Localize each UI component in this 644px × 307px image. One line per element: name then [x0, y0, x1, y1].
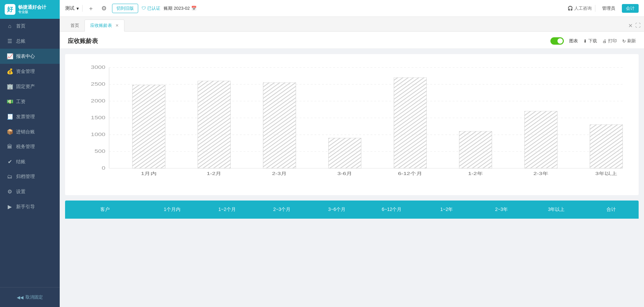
- shield-icon: 🛡: [142, 6, 146, 11]
- table-header: 客户 1个月内 1~2个月 2~3个月 3~6个月 6~12个月 1~2年 2~…: [65, 201, 639, 219]
- period-display: 账期 2023-02 📅: [164, 5, 197, 11]
- print-button[interactable]: 🖨 打印: [602, 38, 617, 44]
- tabbar-controls: ✕ ⛶: [628, 23, 641, 29]
- project-selector[interactable]: 测试 ▾: [65, 5, 79, 11]
- svg-text:2-3年: 2-3年: [533, 171, 548, 176]
- th-3-6month: 3~6个月: [309, 201, 364, 219]
- pin-icon: ◀◀: [17, 295, 23, 300]
- topbar: 测试 ▾ ＋ ⚙ 切到旧版 🛡 已认证 账期 2023-02 📅 🎧 人工咨询 …: [60, 0, 644, 17]
- sidebar-item-label-guide: 新手引导: [16, 204, 35, 210]
- chart-toggle[interactable]: [550, 37, 564, 45]
- settings-button[interactable]: ⚙: [99, 3, 109, 13]
- sidebar-item-home[interactable]: ⌂ 首页: [0, 19, 60, 34]
- sidebar-item-tax[interactable]: 🏛 税务管理: [0, 139, 60, 154]
- salary-icon: 💵: [7, 98, 13, 105]
- help-button[interactable]: 🎧 人工咨询: [568, 5, 592, 11]
- role-label[interactable]: 会计: [622, 4, 639, 13]
- svg-text:1-2年: 1-2年: [468, 171, 483, 176]
- certified-label: 已认证: [147, 5, 160, 11]
- main-area: 测试 ▾ ＋ ⚙ 切到旧版 🛡 已认证 账期 2023-02 📅 🎧 人工咨询 …: [60, 0, 644, 307]
- sidebar-item-label-salary: 工资: [16, 99, 25, 105]
- app-edition: 专业版: [18, 10, 46, 14]
- period-label: 账期: [164, 5, 172, 11]
- project-name: 测试: [65, 5, 74, 11]
- sidebar-item-reports[interactable]: 📈 报表中心: [0, 49, 60, 64]
- tab-home-label: 首页: [70, 23, 79, 28]
- chart-toggle-label: 图表: [569, 38, 578, 44]
- close-all-button[interactable]: ✕: [628, 23, 633, 29]
- logo-text: 畅捷通好会计 专业版: [18, 4, 46, 15]
- download-icon: ⬇: [583, 39, 587, 44]
- svg-text:6-12个月: 6-12个月: [398, 171, 422, 176]
- settings-icon: ⚙: [7, 188, 13, 195]
- svg-rect-30: [590, 125, 623, 168]
- svg-text:1月内: 1月内: [141, 171, 157, 176]
- th-customer: 客户: [65, 201, 145, 219]
- ledger-icon: ☰: [7, 38, 13, 44]
- sidebar-item-label-assets: 固定资产: [16, 84, 35, 90]
- help-label: 人工咨询: [574, 5, 592, 11]
- refresh-label: 刷新: [627, 38, 636, 44]
- sidebar-item-ledger[interactable]: ☰ 总账: [0, 34, 60, 49]
- sidebar-item-salary[interactable]: 💵 工资: [0, 94, 60, 109]
- svg-text:1500: 1500: [91, 115, 105, 121]
- topbar-divider-1: [82, 5, 83, 12]
- th-2-3year: 2~3年: [474, 201, 529, 219]
- sidebar-item-label-inventory: 进销台账: [16, 129, 35, 135]
- sidebar-item-label-tax: 税务管理: [16, 144, 35, 150]
- sidebar-footer: ◀◀ 取消固定: [0, 287, 60, 307]
- reports-icon: 📈: [7, 53, 13, 59]
- calendar-icon[interactable]: 📅: [191, 6, 197, 11]
- logo-icon: 好: [5, 4, 15, 15]
- sidebar-item-assets[interactable]: 🏢 固定资产: [0, 79, 60, 94]
- sidebar-item-inventory[interactable]: 📦 进销台账: [0, 124, 60, 139]
- chart-container: 0 500 1000 1500 2000 2500 3000 1: [72, 61, 632, 188]
- home-icon: ⌂: [7, 23, 13, 29]
- download-label: 下载: [588, 38, 597, 44]
- sidebar-item-label-archive: 归档管理: [16, 174, 35, 180]
- print-label: 打印: [608, 38, 617, 44]
- sidebar-item-label-settings: 设置: [16, 189, 25, 195]
- refresh-button[interactable]: ↻ 刷新: [622, 38, 636, 44]
- sidebar-item-archive[interactable]: 🗂 归档管理: [0, 169, 60, 184]
- svg-text:2000: 2000: [91, 98, 105, 104]
- svg-text:3年以上: 3年以上: [595, 171, 617, 176]
- pin-label: 取消固定: [25, 294, 43, 300]
- svg-text:3000: 3000: [91, 65, 105, 70]
- sidebar-item-guide[interactable]: ▶ 新手引导: [0, 199, 60, 214]
- tab-close-icon[interactable]: ✕: [115, 23, 119, 28]
- sidebar-item-label-settle: 结账: [16, 159, 25, 165]
- certified-badge: 🛡 已认证: [142, 5, 160, 11]
- tab-home[interactable]: 首页: [65, 20, 85, 31]
- app-logo: 好 畅捷通好会计 专业版: [0, 0, 60, 19]
- topbar-divider-2: [595, 5, 595, 12]
- th-1month: 1个月内: [145, 201, 200, 219]
- svg-text:1-2月: 1-2月: [207, 171, 222, 176]
- expand-button[interactable]: ⛶: [635, 23, 641, 29]
- add-button[interactable]: ＋: [86, 3, 96, 14]
- bar-chart: 0 500 1000 1500 2000 2500 3000 1: [72, 61, 632, 188]
- sidebar-item-label-home: 首页: [16, 23, 25, 29]
- sidebar-item-invoice[interactable]: 🧾 发票管理: [0, 109, 60, 124]
- switch-version-button[interactable]: 切到旧版: [112, 4, 138, 13]
- sidebar-item-settings[interactable]: ⚙ 设置: [0, 184, 60, 199]
- svg-rect-20: [263, 83, 296, 168]
- download-button[interactable]: ⬇ 下载: [583, 38, 597, 44]
- th-6-12month: 6~12个月: [364, 201, 419, 219]
- th-total: 合计: [584, 201, 639, 219]
- svg-text:2500: 2500: [91, 82, 105, 87]
- tabbar: 首页 应收账龄表 ✕ ✕ ⛶: [60, 17, 644, 32]
- pin-button[interactable]: ◀◀ 取消固定: [0, 291, 60, 304]
- sidebar-item-funds[interactable]: 💰 资金管理: [0, 64, 60, 79]
- settle-icon: ✔: [7, 159, 13, 165]
- svg-text:1000: 1000: [91, 132, 105, 137]
- headset-icon: 🎧: [568, 6, 573, 11]
- period-value: 2023-02: [174, 6, 190, 11]
- sidebar: 好 畅捷通好会计 专业版 ⌂ 首页 ☰ 总账 📈 报表中心 💰 资金管理 🏢 固…: [0, 0, 60, 307]
- tab-aging-report[interactable]: 应收账龄表 ✕: [85, 19, 124, 32]
- svg-text:500: 500: [95, 149, 105, 154]
- sidebar-nav: ⌂ 首页 ☰ 总账 📈 报表中心 💰 资金管理 🏢 固定资产 💵 工资 🧾 发票…: [0, 19, 60, 287]
- user-label[interactable]: 管理员: [599, 4, 619, 13]
- tab-aging-label: 应收账龄表: [90, 23, 112, 28]
- sidebar-item-settle[interactable]: ✔ 结账: [0, 154, 60, 169]
